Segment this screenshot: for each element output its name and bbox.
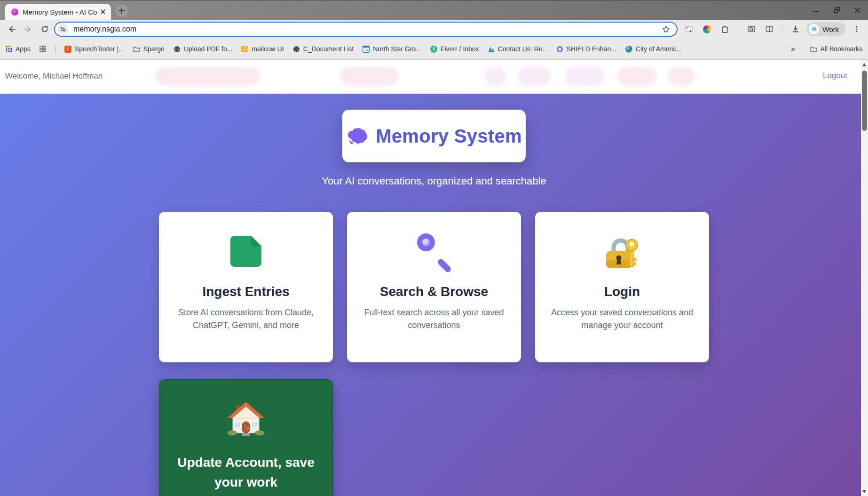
bookmark-label: Sparge bbox=[143, 45, 165, 53]
window-controls bbox=[811, 0, 863, 20]
page-content: Welcome, Michael Hoffman Logout Memory S… bbox=[0, 60, 868, 496]
downloads-icon[interactable] bbox=[789, 23, 802, 36]
bookmark-label: Apps bbox=[16, 45, 31, 53]
extensions-jar-icon[interactable] bbox=[718, 23, 732, 36]
card-title: Ingest Entries bbox=[159, 284, 333, 299]
tab-title: Memory System - AI Con bbox=[23, 8, 97, 16]
url-bar[interactable]: memory.nsgia.com bbox=[54, 22, 678, 37]
app-title: Memory System bbox=[376, 126, 522, 147]
scrollbar-thumb[interactable] bbox=[862, 71, 867, 131]
bookmark-star-icon[interactable] bbox=[659, 23, 673, 36]
fiverr-icon: f bbox=[430, 46, 437, 53]
card-search-browse[interactable]: Search & Browse Full-text search across … bbox=[347, 212, 521, 362]
magnifier-icon bbox=[414, 232, 454, 270]
titlebar: Memory System - AI Con bbox=[0, 0, 868, 20]
bookmark-north-star[interactable]: 10 North Star Gro... bbox=[363, 45, 421, 53]
bookmarks-overflow-chevron[interactable]: » bbox=[791, 44, 795, 54]
reading-list-icon[interactable] bbox=[762, 23, 776, 36]
globe-icon bbox=[293, 46, 300, 53]
browser-tab[interactable]: Memory System - AI Con bbox=[5, 4, 111, 20]
faded-nav-placeholder bbox=[340, 67, 399, 86]
grid-outline-icon bbox=[39, 46, 46, 52]
chart-logo-icon bbox=[488, 46, 495, 52]
lock-and-key-icon bbox=[601, 233, 643, 270]
scroll-down-icon[interactable] bbox=[862, 490, 866, 493]
welcome-text: Welcome, Michael Hoffman bbox=[5, 72, 103, 81]
bookmark-label: Fiverr / Inbox bbox=[441, 45, 479, 53]
toolbar-divider bbox=[738, 25, 738, 33]
bookmark-speechtexter[interactable]: ! SpeechTexter |... bbox=[64, 45, 124, 53]
browser-window: Memory System - AI Con memory bbox=[0, 0, 868, 496]
app-subtitle: Your AI conversations, organized and sea… bbox=[0, 175, 868, 187]
bookmark-mailcow[interactable]: mailcow UI bbox=[241, 45, 284, 53]
bookmark-grid-button[interactable] bbox=[39, 46, 46, 52]
profile-chip[interactable]: ❄ Work bbox=[806, 22, 845, 36]
bookmark-sparge[interactable]: Sparge bbox=[133, 45, 165, 53]
forward-icon[interactable] bbox=[21, 23, 35, 36]
site-header-bar: Welcome, Michael Hoffman Logout bbox=[0, 60, 868, 94]
bookmark-contact-us[interactable]: Contact Us: Re... bbox=[488, 45, 548, 53]
bookmarks-divider bbox=[55, 45, 55, 53]
bookmark-shield[interactable]: SHIELD Enhan... bbox=[557, 45, 616, 53]
site-settings-icon[interactable] bbox=[57, 24, 69, 35]
bookmark-apps[interactable]: Apps bbox=[6, 45, 31, 53]
card-update-account[interactable]: Update Account, save your work bbox=[159, 379, 333, 496]
logout-link[interactable]: Logout bbox=[823, 71, 847, 80]
bookmark-upload-pdf[interactable]: Upload PDF fo... bbox=[174, 45, 233, 53]
scrollbar[interactable] bbox=[861, 60, 868, 496]
color-wheel-extension-icon[interactable] bbox=[700, 23, 714, 36]
restore-button[interactable] bbox=[831, 5, 843, 16]
menu-dots-icon[interactable] bbox=[850, 23, 863, 36]
profile-name: Work bbox=[822, 25, 839, 33]
card-description: Store AI conversations from Claude, Chat… bbox=[159, 306, 333, 332]
bookmark-label: Upload PDF fo... bbox=[184, 45, 233, 53]
hero-section: Memory System Your AI conversations, org… bbox=[0, 94, 868, 496]
back-icon[interactable] bbox=[5, 23, 18, 36]
card-title: Search & Browse bbox=[347, 284, 521, 299]
bookmarks-bar: Apps ! SpeechTexter |... Sparge Upload P… bbox=[0, 39, 868, 60]
close-button[interactable] bbox=[852, 5, 863, 16]
browser-toolbar: memory.nsgia.com bbox=[0, 20, 868, 39]
reload-icon[interactable] bbox=[38, 23, 51, 36]
house-icon bbox=[225, 401, 267, 439]
all-bookmarks-label: All Bookmarks bbox=[821, 45, 862, 53]
bookmark-label: SpeechTexter |... bbox=[75, 45, 124, 53]
bookmark-city-of-america[interactable]: City of Americ... bbox=[625, 45, 682, 53]
calendar-number: 10 bbox=[364, 48, 368, 52]
action-card-title: Update Account, save your work bbox=[173, 453, 319, 492]
faded-nav-placeholder bbox=[668, 67, 695, 86]
card-description: Full-text search across all your saved c… bbox=[347, 306, 521, 332]
bookmark-c-document-list[interactable]: C_Document List bbox=[293, 45, 354, 53]
toolbar-divider bbox=[782, 25, 782, 33]
bookmark-label: SHIELD Enhan... bbox=[566, 45, 616, 53]
faded-nav-placeholder bbox=[155, 67, 260, 86]
bookmarks-divider bbox=[803, 45, 803, 53]
brain-icon bbox=[346, 127, 368, 145]
faded-nav-placeholder bbox=[564, 67, 605, 86]
bookmark-fiverr[interactable]: f Fiverr / Inbox bbox=[430, 45, 479, 53]
extension-page-icon[interactable] bbox=[682, 23, 696, 36]
bookmark-label: North Star Gro... bbox=[373, 45, 421, 53]
bookmark-label: C_Document List bbox=[303, 45, 354, 53]
feature-cards-row: Ingest Entries Store AI conversations fr… bbox=[159, 212, 709, 362]
card-login[interactable]: Login Access your saved conversations an… bbox=[535, 212, 709, 362]
url-text[interactable]: memory.nsgia.com bbox=[73, 25, 659, 33]
speechtexter-icon: ! bbox=[64, 46, 71, 53]
faded-nav-placeholder bbox=[617, 67, 656, 86]
card-description: Access your saved conversations and mana… bbox=[535, 306, 709, 332]
action-row: Update Account, save your work bbox=[159, 379, 709, 496]
search-tab-icon[interactable] bbox=[744, 23, 758, 36]
new-tab-button[interactable] bbox=[116, 5, 128, 17]
minimize-button[interactable] bbox=[811, 5, 822, 16]
folder-icon bbox=[133, 46, 140, 52]
envelope-icon bbox=[241, 46, 248, 52]
all-bookmarks-button[interactable]: All Bookmarks bbox=[810, 45, 862, 53]
site-favicon-icon bbox=[11, 8, 18, 16]
scroll-up-icon[interactable] bbox=[862, 63, 866, 66]
card-ingest-entries[interactable]: Ingest Entries Store AI conversations fr… bbox=[159, 212, 333, 362]
faded-nav-placeholder bbox=[517, 67, 551, 86]
tab-close-icon[interactable] bbox=[99, 8, 107, 16]
folder-icon bbox=[810, 46, 817, 52]
bookmark-label: City of Americ... bbox=[636, 45, 682, 53]
earth-icon bbox=[625, 46, 632, 53]
